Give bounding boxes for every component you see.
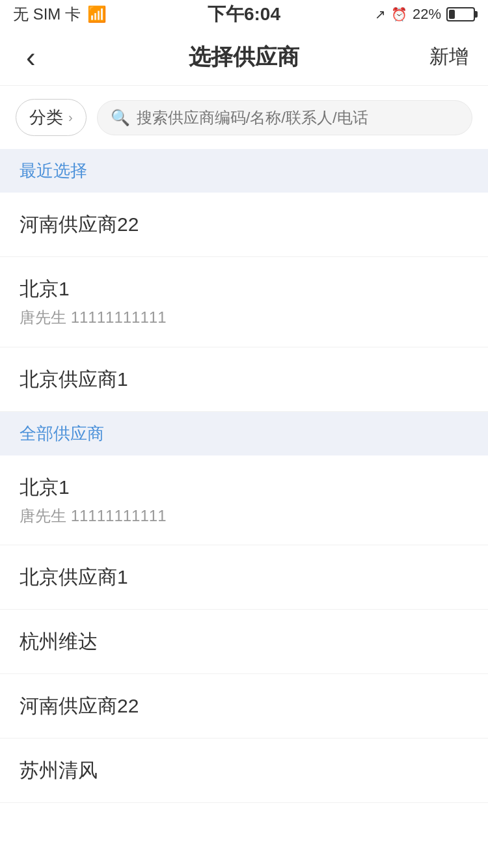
wifi-icon: 📶 [87,5,107,23]
all-section-label: 全部供应商 [20,424,104,443]
category-label: 分类 [29,106,63,129]
item-name: 北京1 [20,275,468,303]
list-item[interactable]: 杭州维达 [0,610,488,674]
category-button[interactable]: 分类 › [16,99,87,136]
search-input[interactable] [137,109,459,127]
battery-percent: 22% [413,6,441,23]
list-item[interactable]: 北京1唐先生 11111111111 [0,455,488,546]
list-item[interactable]: 苏州清风 [0,739,488,803]
back-button[interactable]: ‹ [20,34,42,80]
list-item[interactable]: 北京供应商1 [0,545,488,610]
search-box: 🔍 [97,100,472,135]
list-item[interactable]: 河南供应商22 [0,193,488,257]
item-name: 北京1 [20,474,468,501]
item-sub: 唐先生 11111111111 [20,306,468,329]
recent-section-header: 最近选择 [0,149,488,193]
item-name: 北京供应商1 [20,366,468,393]
alarm-icon: ⏰ [391,7,407,22]
recent-list: 河南供应商22北京1唐先生 11111111111北京供应商1 [0,193,488,412]
list-item[interactable]: 河南供应商22 [0,674,488,739]
item-name: 杭州维达 [20,628,468,655]
status-time: 下午6:04 [208,2,280,27]
location-icon: ↗ [375,7,386,22]
item-name: 北京供应商1 [20,563,468,591]
all-list: 北京1唐先生 11111111111北京供应商1杭州维达河南供应商22苏州清风 [0,455,488,804]
list-item[interactable]: 北京供应商1 [0,347,488,412]
nav-bar: ‹ 选择供应商 新增 [0,29,488,86]
status-right: ↗ ⏰ 22% [375,6,475,23]
recent-section-label: 最近选择 [20,161,87,180]
item-name: 河南供应商22 [20,692,468,720]
list-item[interactable]: 北京1唐先生 11111111111 [0,257,488,347]
item-sub: 唐先生 11111111111 [20,505,468,527]
filter-bar: 分类 › 🔍 [0,86,488,149]
chevron-right-icon: › [68,110,73,125]
status-left: 无 SIM 卡 📶 [13,4,107,25]
item-name: 河南供应商22 [20,211,468,238]
search-icon: 🔍 [111,109,130,127]
add-button[interactable]: 新增 [429,44,468,70]
item-name: 苏州清风 [20,757,468,784]
all-section-header: 全部供应商 [0,412,488,455]
battery-icon [446,7,475,21]
page-title: 选择供应商 [189,42,299,72]
status-bar: 无 SIM 卡 📶 下午6:04 ↗ ⏰ 22% [0,0,488,29]
sim-label: 无 SIM 卡 [13,4,81,25]
